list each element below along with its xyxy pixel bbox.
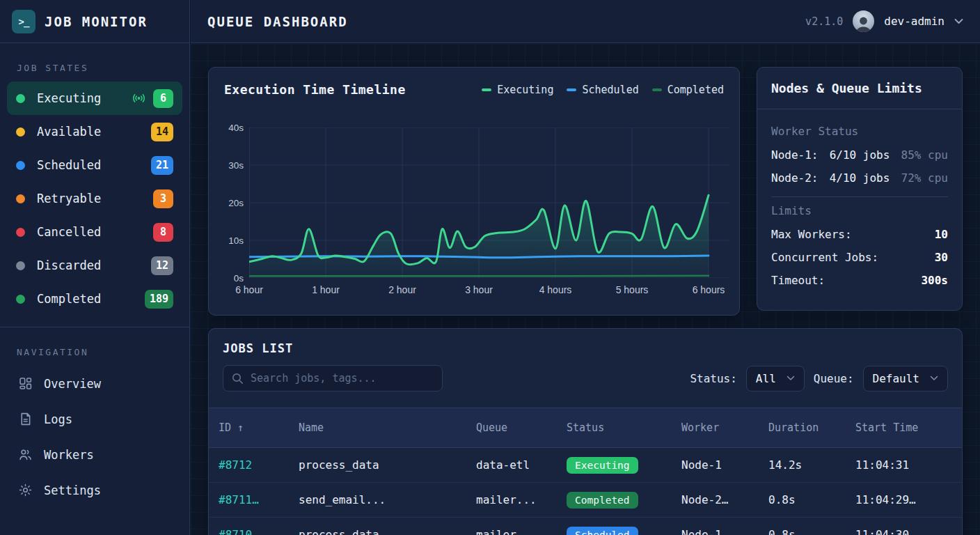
column-header-queue: Queue [476,421,567,434]
navigation-section-label: NAVIGATION [17,347,189,357]
column-header-status: Status [567,421,681,434]
state-label: Cancelled [37,225,153,239]
nav-item-label: Overview [44,377,101,391]
column-header-worker: Worker [681,421,768,434]
column-header-id[interactable]: ID ↑ [219,421,299,434]
state-count-badge: 14 [151,123,173,141]
sidebar-item-available[interactable]: Available14 [7,115,182,148]
job-queue: data-etl [476,458,567,472]
status-select-chevron-down-icon [787,375,795,381]
worker-jobs: 4/10 jobs [830,171,890,185]
y-tick-label: 30s [228,160,244,171]
column-header-duration: Duration [768,421,855,434]
queue-filter-label: Queue: [814,372,854,385]
sidebar-item-logs[interactable]: Logs [0,401,189,437]
app-logo: >_ JOB MONITOR [0,0,189,43]
status-filter-label: Status: [690,372,736,385]
status-filter-select[interactable]: All [746,366,805,391]
worker-status-row: Node-1:6/10 jobs85% cpu [771,148,948,162]
execution-timeline-card: Execution Time Timeline ExecutingSchedul… [208,67,740,316]
sidebar-item-discarded[interactable]: Discarded12 [7,249,182,282]
table-row[interactable]: #8710process_datamailerScheduledNode-10.… [209,518,962,535]
job-duration: 0.8s [768,493,855,506]
legend-item-scheduled: Scheduled [567,84,638,96]
limit-row: Concurrent Jobs:30 [771,251,948,264]
jobs-list-card: JOBS LIST Status: All Queue: [208,328,963,535]
queue-filter-select[interactable]: Default [863,366,948,391]
search-input[interactable] [251,372,434,385]
y-tick-label: 10s [228,235,244,246]
status-badge: Completed [567,492,638,509]
chart-x-axis-labels: 6 hour1 hour2 hour3 hour4 hours5 hours6 … [249,284,729,298]
state-dot-icon [16,161,25,170]
search-box[interactable] [223,365,443,391]
job-id-link[interactable]: #8711… [219,493,299,506]
job-id-link[interactable]: #8710 [219,528,299,535]
worker-jobs: 6/10 jobs [830,148,890,162]
sidebar-item-completed[interactable]: Completed189 [7,282,182,316]
document-icon [17,412,33,427]
limit-row: Timeout:300s [771,274,948,287]
job-states-section-label: JOB STATES [17,63,189,73]
limit-label: Max Workers: [771,228,852,241]
search-icon [232,373,244,385]
limits-list: Max Workers:10Concurrent Jobs:30Timeout:… [771,228,948,287]
sidebar-item-cancelled[interactable]: Cancelled8 [7,215,182,249]
limit-label: Concurrent Jobs: [771,251,878,264]
limits-label: Limits [771,204,948,217]
sidebar-item-overview[interactable]: Overview [0,366,189,401]
sidebar-item-scheduled[interactable]: Scheduled21 [7,148,182,182]
job-name: send_email... [299,493,476,506]
topbar: QUEUE DASHBOARD v2.1.0 dev-admin [191,0,980,43]
y-tick-label: 40s [228,123,244,133]
column-header-name: Name [299,421,476,434]
chart-legend: ExecutingScheduledCompleted [482,84,724,96]
nav-item-label: Logs [44,412,72,426]
limit-row: Max Workers:10 [771,228,948,241]
state-label: Executing [37,91,131,105]
main-content: Execution Time Timeline ExecutingSchedul… [191,44,980,535]
sidebar-item-settings[interactable]: Settings [0,472,189,508]
table-row[interactable]: #8711…send_email...mailer...CompletedNod… [209,483,962,518]
timeline-chart [249,127,729,278]
state-dot-icon [16,194,25,203]
chart-title: Execution Time Timeline [224,82,406,97]
user-menu-chevron-down-icon[interactable] [954,18,963,24]
sidebar: >_ JOB MONITOR JOB STATES Executing6Avai… [0,0,190,535]
x-tick-label: 1 hour [312,284,340,295]
job-id-link[interactable]: #8712 [219,458,299,472]
page-title: QUEUE DASHBOARD [207,14,348,29]
status-filter-value: All [756,372,776,385]
job-name: process_data [299,528,476,535]
x-tick-label: 3 hour [465,284,493,295]
job-worker: Node-2… [681,493,768,506]
table-row[interactable]: #8712process_datadata-etlExecutingNode-1… [209,448,962,483]
job-worker: Node-1 [681,528,768,535]
state-label: Completed [37,292,145,306]
legend-dash-icon [482,88,491,91]
sidebar-item-executing[interactable]: Executing6 [7,82,182,115]
job-name: process_data [299,458,476,472]
job-duration: 0.8s [768,528,855,535]
state-dot-icon [16,127,25,137]
avatar[interactable] [853,10,874,32]
sidebar-item-retryable[interactable]: Retryable3 [7,182,182,215]
status-badge: Scheduled [567,527,638,535]
x-tick-label: 2 hour [388,284,416,295]
job-start-time: 11:04:29… [855,493,962,506]
job-start-time: 11:04:31 [855,458,962,472]
chart-y-axis-labels: 0s10s20s30s40s [214,127,244,278]
limit-label: Timeout: [771,274,825,287]
legend-label: Completed [667,84,724,96]
legend-item-executing: Executing [482,84,553,96]
live-broadcast-icon [131,93,147,104]
sidebar-item-workers[interactable]: Workers [0,437,189,472]
gear-icon [17,483,33,498]
username-label: dev-admin [884,15,945,28]
status-badge: Executing [567,457,638,474]
state-dot-icon [16,261,25,270]
avatar-silhouette-icon [853,13,874,32]
worker-name: Node-1: [771,148,818,162]
job-queue: mailer... [476,493,567,506]
state-count-badge: 12 [151,256,173,275]
